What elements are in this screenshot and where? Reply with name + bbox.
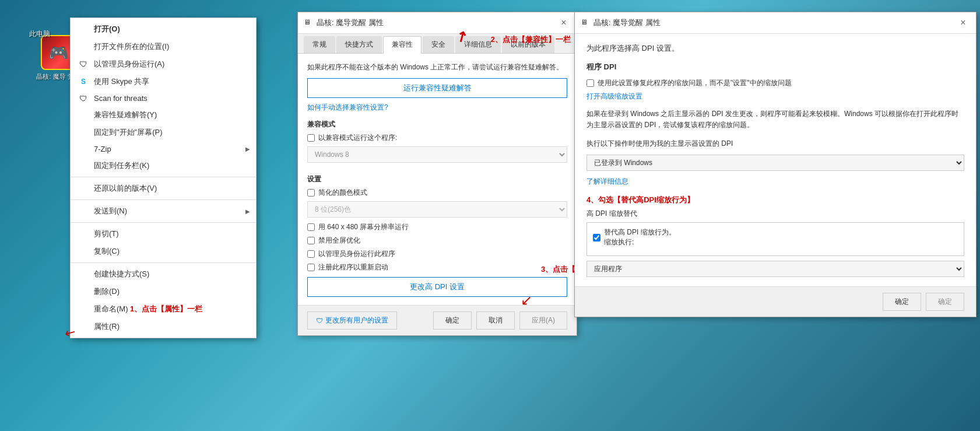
context-menu-item-skype[interactable]: S 使用 Skype 共享 [71,73,256,90]
separator-3 [71,222,256,223]
learn-more-link[interactable]: 了解详细信息 [586,177,964,187]
dialog1-icon: 🖥 [304,18,313,27]
dialog2-ok-button[interactable]: 确定 [883,293,921,311]
context-menu-item-compat-trouble[interactable]: 兼容性疑难解答(Y) [71,106,256,124]
compat-intro-text: 如果此程序不能在这个版本的 Windows 上正常工作，请尝试运行兼容性疑难解答… [307,62,567,72]
compat-mode-checkbox[interactable] [307,134,315,142]
dialog1-ok-button[interactable]: 确定 [433,311,472,330]
update-all-users-button[interactable]: 🛡 更改所有用户的设置 [307,311,397,330]
update-all-label: 更改所有用户的设置 [325,316,388,325]
dialog1-close-button[interactable]: × [557,16,571,30]
context-menu-item-7zip[interactable]: 7-Zip [71,141,256,157]
tab-security[interactable]: 安全 [423,36,454,53]
tab-general[interactable]: 常规 [304,36,335,53]
dialog2-cancel-button[interactable]: 确定 [926,293,964,311]
setting-run-admin-row: 以管理员身份运行此程序 [307,249,567,259]
dialog-properties: 🖥 晶核: 魔导觉醒 属性 × 常规 快捷方式 兼容性 安全 详细信息 以前的版… [297,12,577,336]
context-menu-item-create-shortcut[interactable]: 创建快捷方式(S) [71,265,256,283]
pin-start-label: 固定到"开始"屏幕(P) [94,127,163,138]
dialog1-title-area: 🖥 晶核: 魔导觉醒 属性 [304,17,384,28]
separator-4 [71,262,256,263]
update-all-icon: 🛡 [316,317,323,325]
color-depth-select[interactable]: 8 位(256)色 [307,201,567,218]
context-menu-item-pin-start[interactable]: 固定到"开始"屏幕(P) [71,124,256,141]
program-dpi-checkbox-row: 使用此设置修复此程序的缩放问题，而不是"设置"中的缩放问题 [586,78,964,88]
setting-640x480-row: 用 640 x 480 屏幕分辨率运行 [307,222,567,232]
override-checkbox-area: 替代高 DPI 缩放行为。 缩放执行: [586,222,964,256]
run-admin-label: 以管理员身份运行(A) [94,59,164,69]
setting-disable-fullscreen-label: 禁用全屏优化 [318,236,360,246]
cut-label: 剪切(T) [94,229,119,239]
context-menu-item-scan[interactable]: 🛡 Scan for threats [71,90,256,106]
setting-640x480-checkbox[interactable] [307,223,315,231]
dialog2-close-button[interactable]: × [956,16,970,30]
annotation-tab-compat: 2、点击【兼容性】一栏 ↗ [491,34,571,45]
dialog2-bottom: 确定 确定 [575,286,976,317]
separator-2 [71,199,256,200]
exec-select[interactable]: 已登录到 Windows [586,155,964,171]
dialog1-action-buttons: 确定 取消 应用(A) [433,311,567,330]
context-menu-item-cut[interactable]: 剪切(T) [71,225,256,243]
context-menu-item-properties[interactable]: 属性(R) ↙ [71,318,256,335]
open-location-label: 打开文件所在的位置(I) [94,41,169,52]
context-menu: 打开(O) 打开文件所在的位置(I) 🛡 以管理员身份运行(A) S 使用 Sk… [70,17,257,338]
program-dpi-title: 程序 DPI [586,62,964,72]
setting-restart-reg-row: 注册此程序以重新启动 [307,262,567,272]
dialog1-cancel-button[interactable]: 取消 [476,311,515,330]
properties-label: 属性(R) [94,321,120,332]
compat-mode-select[interactable]: Windows 8 [307,146,567,163]
scan-label: Scan for threats [94,94,147,103]
dialog2-title: 晶核: 魔导觉醒 属性 [593,17,661,28]
context-menu-item-open[interactable]: 打开(O) [71,20,256,38]
program-dpi-label: 使用此设置修复此程序的缩放问题，而不是"设置"中的缩放问题 [598,78,792,88]
program-dpi-checkbox[interactable] [586,79,594,87]
setting-run-admin-checkbox[interactable] [307,250,315,258]
skype-label: 使用 Skype 共享 [94,76,149,87]
dialog1-apply-button[interactable]: 应用(A) [519,311,567,330]
settings-label: 设置 [307,174,567,184]
this-pc-label: 此电脑 [29,29,50,39]
copy-label: 复制(C) [94,246,120,257]
context-menu-item-open-location[interactable]: 打开文件所在的位置(I) [71,38,256,55]
setting-reduced-color-row: 简化的颜色模式 [307,188,567,198]
context-menu-item-restore[interactable]: 还原以前的版本(V) [71,180,256,197]
context-menu-item-copy[interactable]: 复制(C) [71,243,256,260]
run-compat-troubleshoot-button[interactable]: 运行兼容性疑难解答 [307,78,567,98]
delete-label: 删除(D) [94,286,120,297]
tab-compat[interactable]: 兼容性 [383,36,421,54]
send-to-label: 发送到(N) [94,206,127,216]
annotation-override: 4、勾选【替代高DPI缩放行为】 [586,195,964,205]
context-menu-item-pin-taskbar[interactable]: 固定到任务栏(K) [71,157,256,174]
context-menu-item-rename[interactable]: 重命名(M) 1、点击【属性】一栏 [71,300,256,318]
setting-disable-fullscreen-checkbox[interactable] [307,237,315,244]
exec-dpi-section: 执行以下操作时使用为我的主显示器设置的 DPI 已登录到 Windows [586,139,964,171]
dialog2-body-text: 如果在登录到 Windows 之后主显示器的 DPI 发生更改，则程序可能看起来… [586,108,964,131]
override-checkbox[interactable] [593,234,600,241]
override-checkbox-row: 替代高 DPI 缩放行为。 缩放执行: [593,227,958,247]
setting-restart-reg-checkbox[interactable] [307,264,315,271]
setting-disable-fullscreen-row: 禁用全屏优化 [307,236,567,246]
compat-mode-checkbox-label: 以兼容模式运行这个程序: [318,133,397,143]
tab-shortcut[interactable]: 快捷方式 [336,36,382,53]
scaling-select[interactable]: 应用程序 [586,261,964,277]
compat-mode-label: 兼容模式 [307,120,567,129]
desktop: 🎮 晶核: 魔导 觉醒 此电脑 打开(O) 打开文件所在的位置(I) 🛡 以管理… [0,0,980,431]
create-shortcut-label: 创建快捷方式(S) [94,269,149,279]
context-menu-item-send-to[interactable]: 发送到(N) [71,202,256,220]
context-menu-item-delete[interactable]: 删除(D) [71,283,256,300]
skype-icon: S [78,76,89,87]
compat-mode-checkbox-row: 以兼容模式运行这个程序: [307,133,567,143]
setting-restart-reg-label: 注册此程序以重新启动 [318,262,388,272]
dialog2-icon: 🖥 [581,18,590,27]
arrow-properties: ↙ [62,323,79,342]
shield-icon: 🛡 [78,58,89,70]
rename-label: 重命名(M) 1、点击【属性】一栏 [94,304,202,314]
annotation4-area: 4、勾选【替代高DPI缩放行为】 高 DPI 缩放替代 替代高 DPI 缩放行为… [586,195,964,277]
manual-select-link[interactable]: 如何手动选择兼容性设置? [307,103,388,111]
context-menu-item-run-admin[interactable]: 🛡 以管理员身份运行(A) [71,55,256,73]
high-dpi-override-label: 高 DPI 缩放替代 [586,209,964,219]
setting-reduced-color-checkbox[interactable] [307,189,315,197]
open-scale-settings-link[interactable]: 打开高级缩放设置 [586,92,642,100]
setting-reduced-color-label: 简化的颜色模式 [318,188,367,198]
exec-label: 执行以下操作时使用为我的主显示器设置的 DPI [586,139,964,149]
